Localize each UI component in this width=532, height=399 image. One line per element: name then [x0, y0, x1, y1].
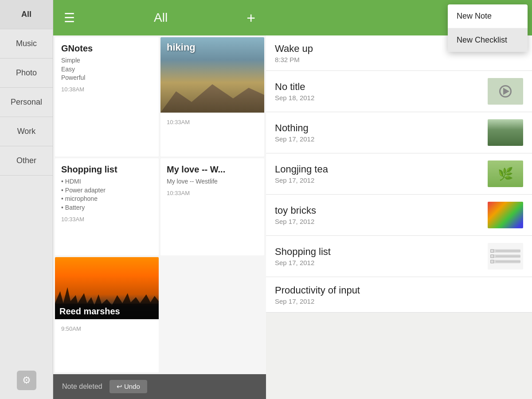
- list-item-date: Sep 17, 2012: [275, 135, 482, 143]
- dropdown-menu: New Note New Checklist: [448, 4, 528, 52]
- sidebar: All Music Photo Personal Work Other ⚙: [0, 0, 53, 399]
- note-subtitle: • HDMI• Power adapter• microphone• Batte…: [61, 177, 153, 212]
- list-item-date: Sep 18, 2012: [275, 94, 482, 102]
- list-item-title: No title: [275, 81, 482, 93]
- list-item-content: No title Sep 18, 2012: [275, 81, 482, 102]
- list-item-content: toy bricks Sep 17, 2012: [275, 205, 482, 225]
- note-deleted-text: Note deleted: [62, 383, 102, 391]
- list-item-shoppinglist[interactable]: Shopping list Sep 17, 2012: [266, 236, 532, 277]
- list-item-content: Longjing tea Sep 17, 2012: [275, 164, 482, 184]
- right-panel: New Note New Checklist Wake up 8:32 PM N…: [266, 0, 532, 399]
- play-thumb: [488, 78, 523, 105]
- list-item-content: Shopping list Sep 17, 2012: [275, 246, 482, 266]
- list-item-thumb: [488, 202, 523, 228]
- list-item-nothing[interactable]: Nothing Sep 17, 2012: [266, 112, 532, 153]
- topbar-title: All: [154, 11, 168, 25]
- checklist-thumb: [488, 243, 523, 270]
- list-item-toybricks[interactable]: toy bricks Sep 17, 2012: [266, 195, 532, 236]
- new-note-item[interactable]: New Note: [448, 4, 528, 28]
- note-title: GNotes: [61, 43, 153, 54]
- list-item-thumb: 🌿: [488, 160, 523, 187]
- sidebar-item-photo[interactable]: Photo: [0, 59, 53, 88]
- list-item-title: Nothing: [275, 122, 482, 134]
- note-subtitle: SimpleEasyPowerful: [61, 56, 153, 82]
- play-triangle: [503, 88, 509, 95]
- note-subtitle: My love -- Westlife: [167, 177, 258, 186]
- note-reed[interactable]: Reed marshes 9:50AM: [55, 257, 159, 372]
- list-item-title: toy bricks: [275, 205, 482, 216]
- list-item-notitle[interactable]: No title Sep 18, 2012: [266, 71, 532, 112]
- list-item-thumb: [488, 78, 523, 105]
- list-item-longjing[interactable]: Longjing tea Sep 17, 2012 🌿: [266, 153, 532, 195]
- note-title: My love -- W...: [167, 164, 258, 175]
- notes-grid: GNotes SimpleEasyPowerful 10:38AM hiking…: [53, 35, 266, 374]
- list-item-date: 8:32 PM: [275, 56, 523, 63]
- bricks-thumb: [488, 202, 523, 228]
- reed-label: Reed marshes: [55, 304, 159, 319]
- settings-button[interactable]: ⚙: [17, 371, 36, 390]
- bottom-bar: Note deleted ↩ Undo: [53, 374, 266, 399]
- tea-emoji: 🌿: [498, 167, 513, 181]
- topbar: ☰ All +: [53, 0, 266, 35]
- main-panel: ☰ All + GNotes SimpleEasyPowerful 10:38A…: [53, 0, 266, 399]
- note-time-reed: 9:50AM: [55, 323, 159, 336]
- undo-button[interactable]: ↩ Undo: [110, 380, 147, 393]
- tea-thumb: 🌿: [488, 160, 523, 187]
- note-mylove[interactable]: My love -- W... My love -- Westlife 10:3…: [160, 158, 264, 255]
- forest-thumb: [488, 119, 523, 146]
- note-title: Shopping list: [61, 164, 153, 175]
- list-item-title: Productivity of input: [275, 285, 523, 296]
- sidebar-item-personal[interactable]: Personal: [0, 88, 53, 117]
- add-button[interactable]: +: [246, 9, 255, 27]
- reed-image: Reed marshes: [55, 257, 159, 319]
- note-hiking[interactable]: hiking 10:33AM: [160, 37, 264, 156]
- list-item-content: Productivity of input Sep 17, 2012: [275, 285, 523, 305]
- mountain-shape: [160, 77, 264, 113]
- list-item-thumb: [488, 243, 523, 270]
- list-item-date: Sep 17, 2012: [275, 259, 482, 266]
- note-time: 10:38AM: [61, 86, 153, 93]
- note-gnotes[interactable]: GNotes SimpleEasyPowerful 10:38AM: [55, 37, 159, 156]
- sidebar-item-music[interactable]: Music: [0, 29, 53, 59]
- list-item-productivity[interactable]: Productivity of input Sep 17, 2012: [266, 277, 532, 313]
- note-time: 10:33AM: [61, 216, 153, 223]
- list-item-thumb: [488, 119, 523, 146]
- note-time: 10:33AM: [167, 190, 258, 196]
- list-item-date: Sep 17, 2012: [275, 297, 523, 305]
- sidebar-item-all[interactable]: All: [0, 0, 53, 29]
- list-item-content: Nothing Sep 17, 2012: [275, 122, 482, 143]
- thumb-line-1: [490, 249, 520, 253]
- play-icon: [499, 85, 512, 98]
- notes-list: Wake up 8:32 PM No title Sep 18, 2012 No…: [266, 35, 532, 399]
- gear-icon: ⚙: [22, 375, 31, 386]
- list-item-title: Shopping list: [275, 246, 482, 258]
- hiking-image: hiking: [160, 37, 264, 113]
- thumb-line-2: [490, 254, 520, 258]
- sidebar-item-work[interactable]: Work: [0, 117, 53, 146]
- list-item-date: Sep 17, 2012: [275, 176, 482, 184]
- new-checklist-item[interactable]: New Checklist: [448, 28, 528, 52]
- list-item-title: Longjing tea: [275, 164, 482, 175]
- note-shopping[interactable]: Shopping list • HDMI• Power adapter• mic…: [55, 158, 159, 255]
- note-time-hiking: 10:33AM: [160, 116, 264, 130]
- list-item-date: Sep 17, 2012: [275, 218, 482, 225]
- thumb-line-3: [490, 260, 520, 263]
- menu-icon[interactable]: ☰: [64, 11, 75, 25]
- hiking-label: hiking: [167, 42, 196, 53]
- sidebar-item-other[interactable]: Other: [0, 146, 53, 176]
